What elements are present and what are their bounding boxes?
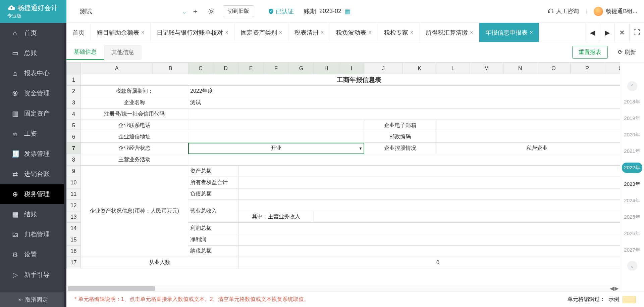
sidebar-item-3[interactable]: ֍资金管理 (0, 83, 66, 103)
col-header[interactable]: E (238, 63, 264, 74)
tab-8[interactable]: 年报信息申报表× (479, 23, 539, 42)
sidebar-item-11[interactable]: ⚙设置 (0, 245, 66, 265)
app-header: 畅捷通好会计 专业版 测试 ⌄ ＋ 切到旧版 已认证 账期 2023-02 ▦ … (0, 0, 644, 23)
year-pill[interactable]: 2019年 (622, 113, 642, 124)
tab-7[interactable]: 所得税汇算清缴× (420, 23, 479, 42)
close-icon[interactable]: × (530, 30, 533, 36)
sub-toolbar: 基础信息 其他信息 重置报表 ⟳ 刷新 (66, 42, 644, 62)
col-header[interactable]: G (289, 63, 314, 74)
tab-0[interactable]: 首页 (66, 23, 91, 42)
col-header[interactable]: O (537, 63, 571, 74)
subtab-other[interactable]: 其他信息 (104, 45, 142, 60)
sidebar-icon: 🧾 (11, 150, 19, 158)
support-link[interactable]: 人工咨询 (547, 7, 579, 15)
add-icon[interactable]: ＋ (191, 7, 200, 16)
subtab-basic[interactable]: 基础信息 (66, 45, 104, 60)
close-icon[interactable]: × (470, 30, 473, 36)
sidebar-item-0[interactable]: ⌂首页 (0, 23, 66, 43)
sidebar-item-5[interactable]: ⌾工资 (0, 124, 66, 144)
col-header[interactable]: F (264, 63, 289, 74)
col-header[interactable]: N (503, 63, 537, 74)
sidebar-icon: ▷ (11, 271, 19, 279)
tab-3[interactable]: 固定资产类别× (235, 23, 288, 42)
col-header[interactable]: P (571, 63, 604, 74)
select-all-corner[interactable] (67, 63, 81, 74)
horizontal-scrollbar[interactable]: ◀▶ (66, 285, 620, 292)
col-header[interactable]: J (364, 63, 403, 74)
close-icon[interactable]: × (279, 30, 282, 36)
tab-2[interactable]: 日记账与银行对账单核对× (151, 23, 234, 42)
sidebar-item-8[interactable]: ⊕税务管理 (0, 184, 66, 204)
period-label: 账期 (304, 7, 316, 15)
col-header[interactable]: C (188, 63, 213, 74)
close-icon[interactable]: × (368, 30, 371, 36)
calendar-icon: ▦ (345, 8, 351, 15)
sidebar-item-1[interactable]: ▭总账 (0, 43, 66, 63)
close-icon[interactable]: × (141, 30, 144, 36)
switch-old-version-button[interactable]: 切到旧版 (223, 5, 254, 17)
reset-report-button[interactable]: 重置报表 (572, 46, 608, 59)
chevron-down-icon: ⌄ (181, 7, 187, 15)
sidebar-icon: ⚙ (11, 251, 19, 259)
user-menu[interactable]: 畅捷通B组... (594, 7, 637, 16)
year-pill[interactable]: 2020年 (622, 130, 642, 140)
accounting-period[interactable]: 账期 2023-02 ▦ (304, 7, 351, 15)
col-header[interactable]: Q (604, 63, 620, 74)
year-pill[interactable]: 2025年 (622, 212, 642, 222)
sidebar-icon: ⩍ (11, 70, 19, 77)
year-pill[interactable]: 2018年 (622, 97, 642, 107)
col-header[interactable]: B (153, 63, 188, 74)
tab-5[interactable]: 税负波动表× (330, 23, 378, 42)
edit-hint: * 单元格编辑说明：1、点击单元格直接录入数值或文本。2、清空单元格数值或文本恢… (74, 296, 309, 303)
year-up-button[interactable]: ⌃ (627, 81, 637, 91)
tabs-next-button[interactable]: ▶ (600, 23, 614, 42)
headset-icon (547, 8, 554, 15)
col-header[interactable]: K (403, 63, 436, 74)
year-pill[interactable]: 2026年 (622, 228, 642, 239)
sidebar-item-2[interactable]: ⩍报表中心 (0, 63, 66, 83)
year-pill[interactable]: 2021年 (622, 146, 642, 157)
col-header[interactable]: M (470, 63, 503, 74)
sheet-title: 工商年报信息表 (81, 74, 620, 86)
tabs-prev-button[interactable]: ◀ (585, 23, 600, 42)
edited-swatch-icon (623, 296, 636, 303)
col-header[interactable]: L (436, 63, 470, 74)
verified-badge: 已认证 (268, 7, 294, 15)
period-value: 2023-02 (319, 8, 341, 15)
sidebar-item-10[interactable]: 🗂归档管理 (0, 224, 66, 245)
col-header[interactable]: D (213, 63, 238, 74)
tabs-expand-button[interactable]: ⛶ (629, 23, 644, 42)
gear-icon[interactable] (207, 7, 216, 16)
sidebar-nav: ⌂首页▭总账⩍报表中心֍资金管理▥固定资产⌾工资🧾发票管理⇄进销台账⊕税务管理▦… (0, 23, 66, 307)
sidebar-icon: ⌾ (11, 130, 19, 138)
sidebar-item-7[interactable]: ⇄进销台账 (0, 164, 66, 184)
sidebar-item-9[interactable]: ▦结账 (0, 204, 66, 224)
refresh-button[interactable]: ⟳ 刷新 (618, 48, 636, 56)
cloud-upload-icon (7, 4, 15, 12)
col-header[interactable]: H (314, 63, 339, 74)
close-icon[interactable]: × (225, 30, 228, 36)
close-icon[interactable]: × (321, 30, 324, 36)
year-pill[interactable]: 2022年 (622, 163, 642, 173)
tab-1[interactable]: 䞐目辅助余额表× (91, 23, 151, 42)
spreadsheet[interactable]: A B C D E F G H I J K L (66, 62, 620, 292)
sidebar-item-4[interactable]: ▥固定资产 (0, 103, 66, 124)
sidebar-item-6[interactable]: 🧾发票管理 (0, 144, 66, 164)
year-pill[interactable]: 2023年 (622, 179, 642, 189)
account-name: 测试 (80, 7, 92, 15)
year-pill[interactable]: 2027年 (622, 245, 642, 255)
business-status-cell[interactable]: 开业▼ (188, 143, 364, 154)
unpin-sidebar[interactable]: ⇤ 取消固定 (0, 292, 66, 307)
close-icon[interactable]: × (410, 30, 413, 36)
scrollbar-thumb[interactable] (68, 286, 155, 291)
sidebar-item-12[interactable]: ▷新手引导 (0, 265, 66, 285)
year-down-button[interactable]: ⌄ (627, 261, 637, 271)
sidebar-icon: ֍ (11, 90, 19, 97)
col-header[interactable]: A (81, 63, 153, 74)
col-header[interactable]: I (339, 63, 364, 74)
tab-6[interactable]: 税检专家× (378, 23, 420, 42)
account-selector[interactable]: 测试 ⌄ (80, 7, 187, 15)
tab-4[interactable]: 税表清册× (288, 23, 330, 42)
tabs-close-button[interactable]: ✕ (614, 23, 629, 42)
year-pill[interactable]: 2024年 (622, 195, 642, 206)
